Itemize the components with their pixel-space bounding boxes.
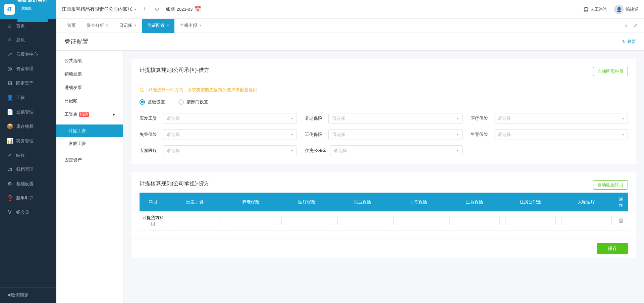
tab-voucher[interactable]: 凭证配置 × [142, 19, 174, 33]
tab-journal-close-icon[interactable]: × [134, 23, 137, 28]
delete-row-icon[interactable]: 🗑 [619, 218, 624, 223]
app-logo: 好 畅捷通好会计 旗舰版 [0, 0, 56, 19]
settings-icon[interactable]: ⚙ [153, 6, 161, 12]
input-medical[interactable] [281, 217, 332, 225]
nav-public[interactable]: 公共选项 [56, 54, 123, 67]
cell-major-medical[interactable] [558, 211, 614, 231]
nav-sales-invoice[interactable]: 销项发票 [56, 67, 123, 81]
cancel-fixed-button[interactable]: ◀取消固定 [0, 287, 56, 303]
col-housing: 住房公积金 [502, 193, 558, 211]
chevron-down-icon: ▾ [457, 149, 459, 153]
sidebar-item-tax[interactable]: 📊 税务管理 [0, 134, 56, 148]
medical-select[interactable]: 请选择 ▾ [494, 113, 628, 124]
maternity-select[interactable]: 请选择 ▾ [494, 129, 628, 140]
sidebar-item-reports[interactable]: ↗ 云报表中心 [0, 47, 56, 61]
nav-pay-salary[interactable]: 发放工资 [56, 137, 123, 150]
cell-gross[interactable] [167, 211, 223, 231]
radio-basic[interactable]: 基础设置 [140, 99, 165, 105]
expand-icon[interactable]: ⤢ [632, 21, 639, 30]
sidebar-item-assets[interactable]: ⊞ 固定资产 [0, 76, 56, 90]
sidebar-item-label: 基础设置 [16, 181, 34, 187]
app-name: 畅捷通好会计 [17, 0, 48, 3]
injury-select[interactable]: 请选择 ▾ [328, 129, 462, 140]
sidebar-item-archive[interactable]: 🗂 归档管理 [0, 162, 56, 176]
input-major-medical[interactable] [561, 217, 612, 225]
input-gross[interactable] [170, 217, 220, 225]
guide-icon: ❓ [7, 195, 13, 201]
company-name: 江西服宝精品有限责任公司内账张 [62, 6, 132, 12]
credit-section: 计提核算规则(公司承担)-贷方 自动匹配科目 科目 应发工资 养老保险 医疗保险… [131, 172, 636, 239]
refresh-button[interactable]: ↻ 刷新 [622, 39, 636, 45]
sidebar-item-funds[interactable]: ◎ 资金管理 [0, 61, 56, 76]
pension-select[interactable]: 请选择 ▾ [328, 113, 462, 124]
sidebar-item-settings[interactable]: ⚙ 基础设置 [0, 176, 56, 191]
form-item-maternity: 生育保险 请选择 ▾ [471, 129, 628, 140]
nav-accrue-salary-label: 计提工资 [68, 128, 86, 134]
input-maternity[interactable] [449, 217, 500, 225]
cell-medical[interactable] [279, 211, 335, 231]
company-selector[interactable]: 江西服宝精品有限责任公司内账张 ▾ [62, 6, 136, 12]
input-pension[interactable] [226, 217, 276, 225]
nav-journal[interactable]: 日记账 [56, 94, 123, 108]
sidebar-item-guide[interactable]: ❓ 新手引导 [0, 191, 56, 205]
tab-home[interactable]: 首页 [62, 19, 81, 33]
nav-payroll-table[interactable]: 工资表 NEW ▾ [56, 108, 123, 121]
sidebar-item-home[interactable]: ⌂ 首页 [0, 19, 56, 33]
add-company-icon[interactable]: + [142, 6, 148, 13]
housing-fund-select[interactable]: 请选择 ▾ [330, 145, 462, 156]
archive-icon: 🗂 [7, 166, 13, 172]
sidebar-item-vip[interactable]: V 畅会员 [0, 205, 56, 219]
input-housing[interactable] [505, 217, 556, 225]
gross-salary-select[interactable]: 请选择 ▾ [163, 113, 297, 124]
tab-journal[interactable]: 日记账 × [114, 19, 142, 33]
expand-icon: ▾ [113, 112, 115, 117]
col-pension: 养老保险 [223, 193, 279, 211]
service-button[interactable]: 🎧 人工咨询 [583, 6, 607, 12]
cell-housing[interactable] [502, 211, 558, 231]
sidebar-item-close[interactable]: ✓ 结账 [0, 148, 56, 162]
save-bar: 保存 [131, 239, 636, 258]
cell-pension[interactable] [223, 211, 279, 231]
nav-purchase-invoice[interactable]: 进项发票 [56, 81, 123, 94]
cell-maternity[interactable] [447, 211, 503, 231]
housing-fund-label: 住房公积金 [305, 148, 327, 154]
unemployment-placeholder: 请选择 [167, 132, 180, 138]
close-all-icon[interactable]: × [623, 21, 629, 30]
cancel-fixed-label: ◀取消固定 [7, 292, 29, 298]
input-injury[interactable] [393, 217, 444, 225]
sidebar-item-label: 税务管理 [16, 138, 34, 144]
input-unemployment[interactable] [337, 217, 388, 225]
tab-funds-close-icon[interactable]: × [106, 23, 108, 28]
settings-icon: ⚙ [7, 181, 13, 187]
tab-tax[interactable]: 个税申报 × [174, 19, 207, 33]
radio-department[interactable]: 按部门设置 [178, 99, 208, 105]
save-button[interactable]: 保存 [597, 243, 628, 254]
credit-auto-match-button[interactable]: 自动匹配科目 [593, 180, 628, 190]
tab-funds-label: 资金分析 [87, 22, 104, 29]
maternity-placeholder: 请选择 [498, 132, 511, 138]
nav-fixed-assets[interactable]: 固定资产 [56, 153, 123, 167]
tab-voucher-close-icon[interactable]: × [167, 23, 169, 28]
unemployment-label: 失业保险 [140, 132, 160, 138]
form-item-housing-fund: 住房公积金 请选择 ▾ [305, 145, 462, 156]
refresh-label: 刷新 [627, 39, 636, 45]
nav-pay-salary-label: 发放工资 [68, 141, 86, 146]
debit-auto-match-button[interactable]: 自动匹配科目 [593, 67, 628, 76]
sidebar-item-inventory[interactable]: 📦 库存核算 [0, 119, 56, 134]
medical-placeholder: 请选择 [498, 115, 511, 121]
major-medical-select[interactable]: 请选择 ▾ [163, 145, 297, 156]
sidebar-item-salary[interactable]: 👤 工资 [0, 90, 56, 105]
chevron-down-icon: ▾ [291, 133, 293, 137]
cell-injury[interactable] [391, 211, 447, 231]
sidebar-item-ledger[interactable]: ≡ 总账 [0, 33, 56, 47]
debit-note: 注：只能选择一种方式，系统将按照您当前的选择来配置规则 [140, 87, 628, 93]
period-selector[interactable]: 账期 2023-03 📅 [166, 6, 202, 12]
cell-unemployment[interactable] [335, 211, 391, 231]
user-menu[interactable]: 👤 畅捷通 [614, 5, 639, 14]
sidebar-item-label: 畅会员 [16, 209, 29, 215]
unemployment-select[interactable]: 请选择 ▾ [163, 129, 297, 140]
tab-tax-close-icon[interactable]: × [199, 23, 202, 28]
nav-accrue-salary[interactable]: 计提工资 [56, 124, 123, 137]
sidebar-item-invoice[interactable]: 📄 发票管理 [0, 105, 56, 119]
tab-funds[interactable]: 资金分析 × [81, 19, 114, 33]
